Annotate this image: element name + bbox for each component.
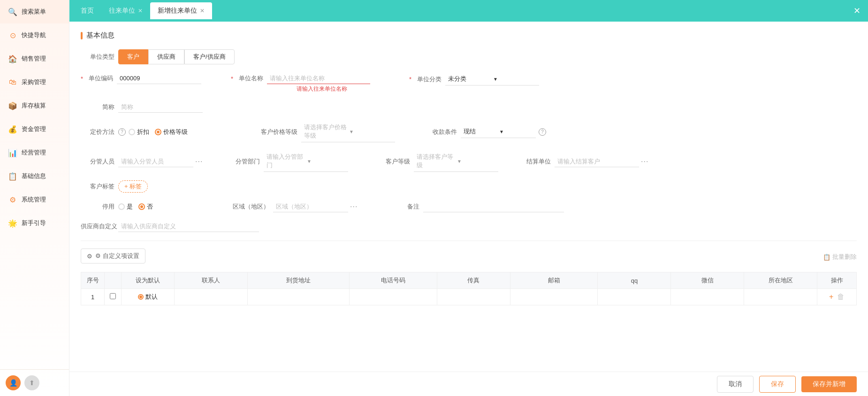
- th-default: 设为默认: [122, 272, 175, 289]
- th-check: [105, 272, 122, 289]
- btn-cancel[interactable]: 取消: [717, 376, 754, 393]
- select-payment-terms[interactable]: 现结 ▼: [461, 125, 536, 138]
- select-payment-terms-value: 现结: [464, 127, 497, 136]
- radio-discount[interactable]: 折扣: [129, 128, 149, 136]
- cell-default[interactable]: 默认: [122, 289, 175, 305]
- btn-type-customer[interactable]: 客户: [118, 49, 148, 64]
- input-wechat[interactable]: [689, 294, 726, 301]
- cell-qq[interactable]: [598, 289, 671, 305]
- radio-price-level[interactable]: 价格等级: [155, 128, 188, 136]
- table-header-row: 序号 设为默认 联系人 到货地址 电话号码 传真 邮箱 qq 微信 所在地区 操…: [81, 272, 857, 289]
- tab-new-partner[interactable]: 新增往来单位 ✕: [150, 2, 212, 19]
- input-unit-name[interactable]: [267, 73, 370, 84]
- input-region[interactable]: [273, 201, 348, 212]
- input-phone[interactable]: [370, 294, 417, 301]
- user-avatar[interactable]: 👤: [6, 375, 21, 390]
- btn-custom-settings[interactable]: ⚙ ⚙ 自定义项设置: [81, 248, 145, 264]
- table-row: 1 默认: [81, 289, 857, 305]
- sidebar-item-guide[interactable]: 🌟 新手引导: [0, 211, 69, 235]
- batch-delete-label[interactable]: 批量删除: [832, 253, 857, 261]
- btn-add-tag[interactable]: + 标签: [118, 180, 148, 193]
- input-supplier-custom[interactable]: [118, 221, 259, 232]
- sidebar-label-search: 搜索菜单: [22, 8, 46, 16]
- global-close-btn[interactable]: ✕: [850, 4, 864, 18]
- error-unit-name: 请输入往来单位名称: [297, 85, 347, 93]
- radio-disabled-yes[interactable]: 是: [118, 202, 133, 211]
- settings-btn[interactable]: ⬆: [24, 375, 39, 390]
- select-unit-category[interactable]: 未分类 ▼: [445, 73, 539, 85]
- sidebar-item-inventory[interactable]: 📦 库存核算: [0, 94, 69, 117]
- sidebar-item-search[interactable]: 🔍 搜索菜单: [0, 0, 69, 23]
- tab-new-partner-close[interactable]: ✕: [200, 8, 205, 14]
- radio-circle-price-level: [155, 129, 161, 135]
- dots-settlement[interactable]: ···: [639, 157, 650, 166]
- dots-region[interactable]: ···: [348, 202, 359, 211]
- help-pricing-method[interactable]: ?: [118, 128, 126, 136]
- sidebar-item-basic[interactable]: 📋 基础信息: [0, 164, 69, 188]
- sales-icon: 🏠: [8, 54, 18, 64]
- cell-fax[interactable]: [437, 289, 510, 305]
- cell-check[interactable]: [105, 289, 122, 305]
- sidebar: 🔍 搜索菜单 ⊙ 快捷导航 🏠 销售管理 🛍 采购管理 📦 库存核算 💰 资金管…: [0, 0, 69, 396]
- tab-new-partner-label: 新增往来单位: [158, 7, 197, 15]
- btn-save-new[interactable]: 保存并新增: [801, 376, 857, 392]
- label-notes: 备注: [400, 202, 423, 211]
- btn-type-both[interactable]: 客户/供应商: [184, 49, 235, 64]
- label-unit-category: 单位分类: [412, 75, 445, 84]
- batch-delete-area: 📋 批量删除: [823, 253, 857, 261]
- tab-partner[interactable]: 往来单位 ✕: [101, 2, 150, 19]
- sidebar-item-sales[interactable]: 🏠 销售管理: [0, 47, 69, 70]
- input-manager[interactable]: [118, 156, 193, 167]
- input-short-name[interactable]: [118, 101, 203, 113]
- content-area: 基本信息 单位类型 客户 供应商 客户/供应商 * 单位编码: [69, 22, 868, 372]
- input-settlement-unit[interactable]: [555, 156, 639, 167]
- cell-seq: 1: [81, 289, 105, 305]
- th-qq: qq: [598, 272, 671, 289]
- inventory-icon: 📦: [8, 101, 18, 111]
- separator: [81, 241, 857, 241]
- row-short-name: 简称: [81, 101, 857, 113]
- sidebar-item-operation[interactable]: 📊 经营管理: [0, 141, 69, 164]
- radio-circle-no: [138, 203, 145, 210]
- radio-circle-discount: [129, 129, 135, 135]
- help-payment-terms[interactable]: ?: [539, 128, 546, 136]
- btn-type-supplier[interactable]: 供应商: [148, 49, 184, 64]
- sidebar-item-quick-nav[interactable]: ⊙ 快捷导航: [0, 23, 69, 47]
- tab-home[interactable]: 首页: [73, 2, 101, 19]
- cell-contact[interactable]: [174, 289, 247, 305]
- sidebar-label-finance: 资金管理: [22, 125, 46, 133]
- select-customer-price-level[interactable]: 请选择客户价格等级 ▼: [301, 121, 395, 142]
- label-unit-code: 单位编码: [84, 74, 117, 83]
- cell-wechat[interactable]: [671, 289, 744, 305]
- star-unit-category: *: [409, 76, 411, 83]
- label-unit-type: 单位类型: [81, 53, 118, 61]
- dots-manager[interactable]: ···: [193, 157, 205, 166]
- btn-add-row[interactable]: +: [829, 293, 833, 301]
- label-department: 分管部门: [231, 157, 264, 166]
- input-address[interactable]: [270, 294, 327, 301]
- cell-location[interactable]: [744, 289, 817, 305]
- bottom-bar: 取消 保存 保存并新增: [69, 372, 868, 396]
- input-email[interactable]: [531, 294, 578, 301]
- input-unit-code[interactable]: [117, 73, 201, 84]
- select-department-placeholder: 请输入分管部门: [266, 153, 305, 170]
- input-qq[interactable]: [616, 294, 653, 301]
- tab-partner-close[interactable]: ✕: [138, 8, 143, 14]
- input-contact[interactable]: [192, 294, 229, 301]
- row-supplier-custom: 供应商自定义: [81, 221, 857, 232]
- cell-address[interactable]: [247, 289, 350, 305]
- cell-phone[interactable]: [350, 289, 437, 305]
- sidebar-item-finance[interactable]: 💰 资金管理: [0, 117, 69, 141]
- input-fax[interactable]: [455, 294, 492, 301]
- sidebar-item-purchase[interactable]: 🛍 采购管理: [0, 70, 69, 94]
- input-notes[interactable]: [423, 201, 564, 212]
- input-location[interactable]: [762, 294, 799, 301]
- btn-save[interactable]: 保存: [759, 376, 796, 393]
- sidebar-item-system[interactable]: ⚙ 系统管理: [0, 188, 69, 211]
- cell-email[interactable]: [510, 289, 598, 305]
- radio-disabled-no[interactable]: 否: [138, 202, 153, 211]
- btn-delete-row[interactable]: 🗑: [837, 293, 845, 301]
- select-customer-level[interactable]: 请选择客户等级 ▼: [414, 151, 498, 172]
- row-checkbox[interactable]: [110, 293, 116, 299]
- select-department[interactable]: 请输入分管部门 ▼: [264, 151, 348, 172]
